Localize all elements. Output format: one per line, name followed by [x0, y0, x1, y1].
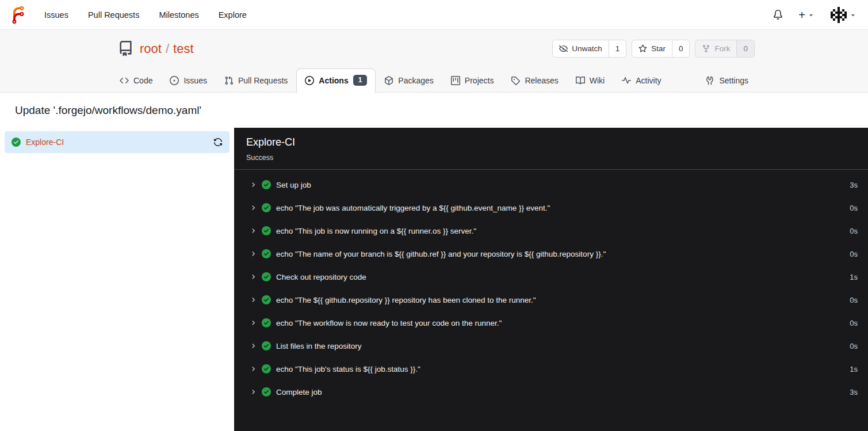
actions-count-badge: 1: [353, 75, 368, 86]
step-duration: 0s: [850, 227, 858, 235]
chevron-right-icon: [250, 365, 257, 372]
tag-icon: [511, 76, 520, 85]
check-circle-icon: [12, 138, 21, 147]
tab-label: Packages: [398, 76, 433, 85]
job-item-explore-ci[interactable]: Explore-CI: [5, 131, 230, 153]
step-row[interactable]: echo "The name of your branch is ${{ git…: [234, 242, 868, 265]
step-duration: 0s: [850, 342, 858, 350]
create-new-button[interactable]: +: [798, 9, 815, 21]
repo-icon: [118, 41, 133, 56]
tab-actions[interactable]: Actions 1: [296, 68, 376, 93]
tab-label: Code: [133, 76, 152, 85]
step-name: echo "This job is now running on a ${{ r…: [276, 227, 476, 235]
tab-activity[interactable]: Activity: [613, 68, 670, 93]
plus-icon: +: [798, 9, 805, 21]
star-icon: [638, 44, 647, 53]
step-row[interactable]: echo "The ${{ github.repository }} repos…: [234, 288, 868, 311]
tab-issues[interactable]: Issues: [161, 68, 215, 93]
forgejo-logo[interactable]: [9, 6, 26, 24]
check-circle-icon: [262, 387, 271, 396]
project-icon: [451, 76, 460, 85]
step-name: echo "This job's status is ${{ job.statu…: [276, 365, 420, 373]
check-circle-icon: [262, 180, 271, 189]
chevron-right-icon: [250, 388, 257, 395]
step-name: echo "The job was automatically triggere…: [276, 204, 550, 212]
step-row[interactable]: echo "This job's status is ${{ job.statu…: [234, 357, 868, 380]
steps-list: Set up job 3s echo "The job was automati…: [234, 170, 868, 403]
tab-projects[interactable]: Projects: [442, 68, 503, 93]
navbar-right: +: [773, 6, 860, 24]
workflow-run-title: Update '.forgejo/workflows/demo.yaml': [15, 104, 201, 117]
tab-label: Actions: [319, 76, 348, 85]
tab-label: Settings: [719, 76, 748, 85]
tab-label: Wiki: [590, 76, 605, 85]
chevron-right-icon: [250, 250, 257, 257]
user-menu-button[interactable]: [830, 6, 856, 24]
run-title-row: Update '.forgejo/workflows/demo.yaml': [0, 93, 868, 128]
step-duration: 0s: [850, 204, 858, 212]
tab-settings[interactable]: Settings: [697, 68, 757, 93]
repo-tabs: Code Issues Pull Requests Actions 1 Pack…: [110, 68, 758, 93]
tab-code[interactable]: Code: [111, 68, 161, 93]
check-circle-icon: [262, 272, 271, 281]
tab-packages[interactable]: Packages: [376, 68, 442, 93]
step-name: Check out repository code: [276, 273, 366, 281]
top-navbar: Issues Pull Requests Milestones Explore …: [0, 0, 868, 30]
step-name: Set up job: [276, 181, 311, 189]
repo-owner-link[interactable]: root: [140, 41, 162, 56]
repo-breadcrumb: root / test: [140, 41, 194, 56]
tab-label: Pull Requests: [238, 76, 288, 85]
unwatch-label: Unwatch: [572, 44, 602, 53]
stars-count[interactable]: 0: [672, 40, 690, 57]
star-label: Star: [651, 44, 666, 53]
step-name: echo "The workflow is now ready to test …: [276, 319, 502, 327]
star-button[interactable]: Star 0: [632, 40, 690, 58]
tab-label: Projects: [465, 76, 494, 85]
fork-button: Fork 0: [695, 40, 755, 58]
repo-name-link[interactable]: test: [173, 41, 193, 56]
step-row[interactable]: echo "The workflow is now ready to test …: [234, 311, 868, 334]
step-row[interactable]: List files in the repository 0s: [234, 334, 868, 357]
step-name: echo "The ${{ github.repository }} repos…: [276, 296, 536, 304]
nav-milestones[interactable]: Milestones: [149, 0, 208, 30]
nav-issues[interactable]: Issues: [35, 0, 78, 30]
step-duration: 0s: [850, 319, 858, 327]
repo-separator: /: [166, 41, 169, 56]
nav-explore[interactable]: Explore: [209, 0, 257, 30]
check-circle-icon: [262, 364, 271, 373]
step-row[interactable]: Complete job 3s: [234, 380, 868, 403]
tabs-spacer: [670, 68, 697, 93]
chevron-right-icon: [250, 273, 257, 280]
chevron-down-icon: [808, 12, 815, 18]
tab-releases[interactable]: Releases: [502, 68, 567, 93]
nav-pull-requests[interactable]: Pull Requests: [78, 0, 149, 30]
chevron-right-icon: [250, 181, 257, 188]
step-row[interactable]: Set up job 3s: [234, 173, 868, 196]
forks-count[interactable]: 0: [736, 40, 754, 57]
tab-pull-requests[interactable]: Pull Requests: [216, 68, 296, 93]
step-name: Complete job: [276, 388, 322, 396]
tab-label: Releases: [525, 76, 558, 85]
job-steps-panel: Explore-CI Success Set up job 3s echo "T…: [234, 128, 868, 431]
run-body: Explore-CI Explore-CI Success Set up job…: [0, 128, 868, 431]
job-panel-title: Explore-CI: [246, 136, 856, 148]
notifications-button[interactable]: [773, 10, 783, 20]
step-duration: 0s: [850, 296, 858, 304]
tab-wiki[interactable]: Wiki: [567, 68, 613, 93]
watchers-count[interactable]: 1: [609, 40, 626, 57]
unwatch-button[interactable]: Unwatch 1: [552, 40, 626, 58]
pulse-icon: [622, 76, 631, 85]
step-row[interactable]: echo "The job was automatically triggere…: [234, 196, 868, 219]
eye-closed-icon: [559, 44, 568, 53]
rerun-sync-icon[interactable]: [213, 138, 223, 147]
check-circle-icon: [262, 295, 271, 304]
check-circle-icon: [262, 318, 271, 327]
step-row[interactable]: Check out repository code 1s: [234, 265, 868, 288]
user-avatar: [830, 6, 847, 24]
job-sidebar: Explore-CI: [0, 128, 234, 431]
step-row[interactable]: echo "This job is now running on a ${{ r…: [234, 219, 868, 242]
job-name: Explore-CI: [26, 138, 64, 147]
chevron-right-icon: [250, 342, 257, 349]
chevron-right-icon: [250, 227, 257, 234]
job-panel-header: Explore-CI Success: [234, 128, 868, 170]
